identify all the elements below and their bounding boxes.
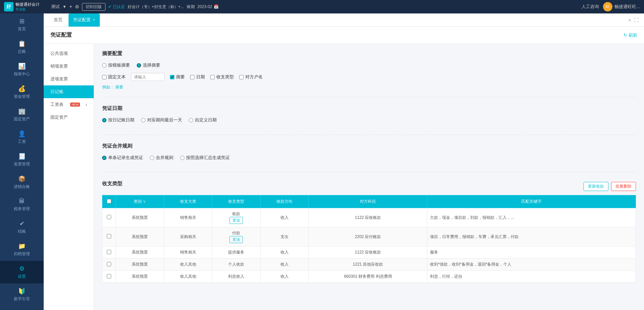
voucher-date-radio2-label: 对应期间最后一天: [147, 117, 182, 123]
row-checkbox[interactable]: [107, 250, 111, 254]
voucher-merge-radio3[interactable]: 按照选择汇总生成凭证: [180, 155, 230, 161]
close-period-icon: ✔: [19, 220, 25, 227]
nav-item-fixed-assets[interactable]: 固定资产: [44, 111, 94, 124]
nav-label-sales-invoice: 销项发票: [50, 63, 68, 69]
voucher-merge-radio2[interactable]: 合并规则: [150, 155, 173, 161]
maximize-icon[interactable]: ⛶: [634, 17, 639, 23]
cell-major: 收入其他: [164, 259, 212, 271]
fixed-text-input[interactable]: [131, 73, 165, 81]
tab-bar: 首页 凭证配置 × × ⛶: [44, 13, 644, 27]
cell-subject: 1122 应收账款: [309, 246, 427, 259]
fixed-text-checkbox[interactable]: 固定文本: [102, 74, 126, 80]
cell-category: 系统预置: [116, 246, 164, 259]
tag-button[interactable]: 置顶: [229, 217, 243, 224]
cell-subject: 1122 应收账款: [309, 208, 427, 227]
refresh-button[interactable]: ↻ 刷新: [624, 32, 637, 38]
summary-checkbox[interactable]: 摘要: [170, 74, 185, 80]
payment-type-checkbox[interactable]: 收支类型: [210, 74, 234, 80]
tag-button[interactable]: 置顶: [229, 236, 243, 243]
sidebar-item-invoice[interactable]: 🧾 发票管理: [0, 149, 44, 171]
nav-item-sales-invoice[interactable]: 销项发票: [44, 60, 94, 73]
logo-text: 畅捷通好会计 专业版: [15, 2, 40, 12]
sidebar-item-tax[interactable]: 🏛 税务管理: [0, 194, 44, 216]
sidebar-label-reports: 报表中心: [14, 71, 30, 77]
sidebar-item-archive[interactable]: 📁 归档管理: [0, 238, 44, 261]
summary-config-title: 摘要配置: [102, 50, 636, 57]
row-checkbox-cell[interactable]: [102, 208, 116, 227]
sidebar-label-invoice: 发票管理: [14, 161, 30, 167]
right-content: 摘要配置 按模板摘要 选择摘要: [94, 44, 644, 310]
tab-voucher-config[interactable]: 凭证配置 ×: [69, 13, 100, 27]
voucher-date-radio1[interactable]: 按日记账日期: [102, 117, 134, 123]
nav-item-payroll[interactable]: 工资表 NEW ›: [44, 98, 94, 111]
row-checkbox-cell[interactable]: [102, 246, 116, 259]
sidebar-item-ledger[interactable]: 📋 总账: [0, 36, 44, 59]
row-checkbox-cell[interactable]: [102, 259, 116, 271]
inner-layout: 公共选项 销项发票 进项发票 日记账 工资表 NEW ›: [44, 44, 644, 310]
date-checkbox[interactable]: 日期: [190, 74, 205, 80]
voucher-merge-radio3-label: 按照选择汇总生成凭证: [186, 155, 230, 161]
tab-list: 首页 凭证配置 ×: [49, 13, 100, 27]
sidebar-item-home[interactable]: ⊞ 首页: [0, 13, 44, 36]
sidebar-item-guide[interactable]: 🔰 新手引导: [0, 283, 44, 306]
cell-subject: 2202 应付账款: [309, 227, 427, 246]
nav-item-public[interactable]: 公共选项: [44, 47, 94, 60]
add-icon[interactable]: +: [69, 4, 72, 10]
settings-icon[interactable]: ⚙: [75, 4, 79, 9]
voucher-date-radio3[interactable]: 自定义日期: [189, 117, 217, 123]
row-checkbox[interactable]: [107, 274, 111, 278]
table-row: 系统预置 收入其他 利息收入 收入 660301 财务费用 利息费用 利息，行转…: [102, 271, 636, 283]
row-checkbox[interactable]: [107, 234, 111, 238]
cell-keywords: 项目，日常费用，报销款，车费，承兑汇票，付款: [427, 227, 636, 246]
summary-radio-select-label: 选择摘要: [143, 62, 160, 68]
user-menu[interactable]: 旺 畅捷通旺旺...: [603, 2, 640, 11]
reports-icon: 📊: [18, 63, 26, 70]
summary-radio-group: 按模板摘要 选择摘要: [102, 62, 636, 68]
nav-item-journal[interactable]: 日记账: [44, 85, 94, 98]
tab-home[interactable]: 首页: [49, 13, 67, 27]
select-all-cell[interactable]: [102, 195, 116, 208]
cell-type: 利息收入: [212, 271, 261, 283]
date-checkbox-label: 日期: [196, 74, 205, 80]
example-value: 摘要: [115, 85, 123, 89]
switch-version-button[interactable]: 切到旧版: [82, 3, 105, 11]
sidebar-item-assets[interactable]: 🏢 固定资产: [0, 104, 44, 126]
table-row: 系统预置 采购相关 付款置顶 支出 2202 应付账款 项目，日常费用，报销款，…: [102, 227, 636, 246]
page: 凭证配置 ↻ 刷新 公共选项 销项发票 进项发票: [44, 27, 644, 310]
row-checkbox[interactable]: [107, 215, 111, 219]
voucher-date-section: 凭证日期 按日记账日期 对应期间最后一天: [102, 105, 636, 135]
nav-item-purchase-invoice[interactable]: 进项发票: [44, 73, 94, 85]
table-header: 收支类型 更新收款 批量删除: [102, 181, 636, 192]
certified-badge: ✔ 已认证: [108, 4, 125, 10]
select-all-checkbox[interactable]: [107, 199, 111, 203]
sidebar-item-salary[interactable]: 👤 工资: [0, 126, 44, 149]
sidebar-item-reports[interactable]: 📊 报表中心: [0, 59, 44, 81]
sidebar-item-funds[interactable]: 💰 资金管理: [0, 81, 44, 104]
cell-subject: 1221 其他应收款: [309, 259, 427, 271]
counterpart-checkbox[interactable]: 对方户名: [239, 74, 263, 80]
cell-type: 提供服务: [212, 246, 261, 259]
summary-radio-select[interactable]: 选择摘要: [137, 62, 160, 68]
voucher-merge-radio1[interactable]: 单条记录生成凭证: [102, 155, 143, 161]
company-dropdown-icon[interactable]: ▼: [62, 4, 67, 9]
row-checkbox-cell[interactable]: [102, 227, 116, 246]
sidebar-item-close[interactable]: ✔ 结账: [0, 216, 44, 238]
close-window-icon[interactable]: ×: [629, 17, 631, 23]
nav-label-purchase-invoice: 进项发票: [50, 76, 68, 82]
sidebar-label-salary: 工资: [18, 139, 26, 145]
sidebar-item-trade[interactable]: 📦 进销台账: [0, 171, 44, 194]
voucher-merge-title: 凭证合并规则: [102, 143, 636, 149]
calendar-icon[interactable]: 📅: [214, 4, 219, 9]
row-checkbox[interactable]: [107, 262, 111, 266]
summary-radio-template[interactable]: 按模板摘要: [102, 62, 130, 68]
row-checkbox-cell[interactable]: [102, 271, 116, 283]
tab-close-icon[interactable]: ×: [93, 17, 95, 22]
update-payment-button[interactable]: 更新收款: [584, 182, 608, 191]
voucher-date-radio2[interactable]: 对应期间最后一天: [141, 117, 182, 123]
page-title: 凭证配置: [50, 32, 72, 39]
fixed-text-label: 固定文本: [108, 74, 126, 80]
sidebar-item-member[interactable]: 👑 畅会员: [0, 306, 44, 310]
consult-link[interactable]: 人工咨询: [582, 4, 599, 10]
batch-delete-button[interactable]: 批量删除: [611, 182, 636, 191]
sidebar-item-settings[interactable]: ⚙ 设置: [0, 261, 44, 283]
